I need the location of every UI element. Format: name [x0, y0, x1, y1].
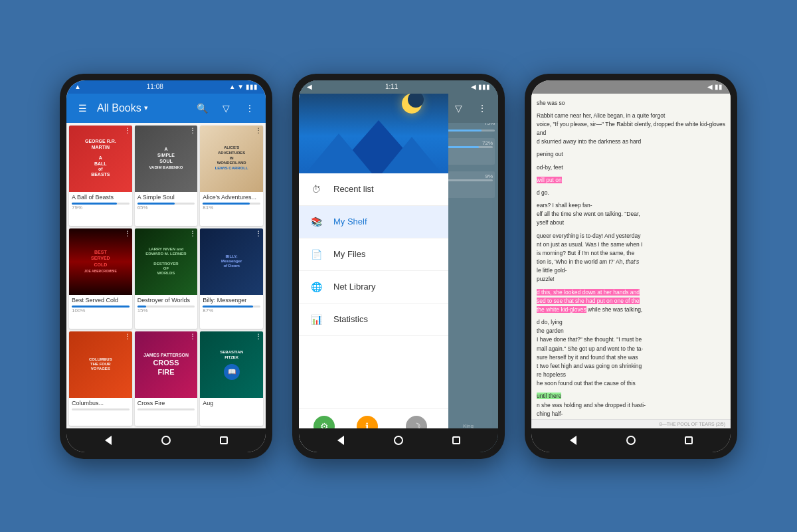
- search-icon-1[interactable]: 🔍: [193, 99, 211, 118]
- menu-icon[interactable]: ☰: [73, 99, 92, 118]
- more-icon-1[interactable]: ⋮: [240, 99, 259, 118]
- para: d go.: [537, 189, 725, 197]
- statistics-icon: 📊: [310, 313, 323, 326]
- status-time-1: 11:08: [147, 83, 163, 90]
- book-progress-text: 79%: [72, 205, 130, 211]
- book-title: Best Served Cold: [72, 297, 130, 304]
- back-button-3[interactable]: [567, 434, 580, 447]
- bg-progress-bar-2: [444, 146, 493, 148]
- book-cover-5: LARRY NIVEN andEDWARD M. LERNERDESTROYER…: [135, 228, 198, 295]
- home-button-3[interactable]: [624, 434, 638, 447]
- more-icon[interactable]: ⋮: [255, 230, 262, 237]
- status-icons-2: ◀ ▮▮▮: [471, 83, 490, 90]
- book-item[interactable]: ALICE'SADVENTURESINWONDERLANDLEWIS CARRO…: [200, 126, 263, 226]
- book-info-1: A Ball of Beasts 79%: [69, 192, 132, 213]
- home-button[interactable]: [159, 434, 173, 447]
- book-progress-text: 81%: [203, 205, 260, 211]
- book-item[interactable]: COLUMBUSTHE FOURVOYAGES ⋮ Columbus...: [69, 331, 132, 426]
- book-info-7: Columbus...: [69, 398, 132, 413]
- mountain-right: [382, 137, 442, 173]
- drawer-items-list: ⏱ Recent list 📚 My Shelf 📄 My Files 🌐 Ne…: [299, 173, 448, 408]
- mountains-decoration: [299, 127, 448, 173]
- book-item[interactable]: ASIMPLESOULVADIM BABENKO ⋮ A Simple Soul…: [135, 126, 198, 226]
- filter-icon-2[interactable]: ▽: [449, 99, 468, 118]
- book-item[interactable]: GEORGE R.R.MARTINABALLofBEASTS ⋮ A Ball …: [69, 126, 132, 226]
- more-icon[interactable]: ⋮: [124, 333, 131, 340]
- drawer-item-statistics[interactable]: 📊 Statistics: [299, 304, 448, 336]
- phone-3: ◀ ▮▮ she was so Rabbit came near her, Al…: [525, 74, 737, 459]
- status-icons-3: ◀ ▮▮: [707, 83, 723, 90]
- more-icon[interactable]: ⋮: [124, 127, 131, 134]
- book-cover-3: ALICE'SADVENTURESINWONDERLANDLEWIS CARRO…: [200, 126, 263, 192]
- more-icon[interactable]: ⋮: [255, 127, 262, 134]
- mountain-left: [306, 133, 372, 173]
- phone-3-screen: ◀ ▮▮ she was so Rabbit came near her, Al…: [531, 80, 731, 452]
- book-cover-8: JAMES PATTERSONCROSSFIRE ⋮: [135, 331, 198, 398]
- status-bar-3: ◀ ▮▮: [531, 80, 731, 94]
- bg-progress-bar-3: [444, 179, 493, 181]
- book-item[interactable]: BESTSERVEDCOLDJOE ABERCROMBIE ⋮ Best Ser…: [69, 228, 132, 329]
- book-progress-bar: [72, 408, 130, 410]
- book-title: Cross Fire: [137, 400, 195, 407]
- book-progress-text: 87%: [203, 308, 260, 313]
- book-item[interactable]: LARRY NIVEN andEDWARD M. LERNERDESTROYER…: [135, 228, 198, 329]
- back-button-2[interactable]: [334, 434, 347, 447]
- more-icon[interactable]: ⋮: [124, 230, 131, 237]
- book-title: Alice's Adventures...: [203, 194, 260, 201]
- status-bar-1: ▲ 11:08 ▲ ▼ ▮▮▮: [66, 80, 266, 94]
- para: until theren she was holding and she dro…: [537, 392, 725, 418]
- drawer-item-recent[interactable]: ⏱ Recent list: [299, 173, 448, 206]
- book-info-5: Destroyer of Worlds 15%: [135, 295, 198, 316]
- status-left: ▲: [74, 83, 81, 90]
- book-info-4: Best Served Cold 100%: [69, 295, 132, 316]
- book-title: Columbus...: [72, 400, 130, 407]
- bg-progress-bar-1: [442, 130, 495, 132]
- book-title: A Simple Soul: [137, 194, 195, 201]
- book-title: A Ball of Beasts: [72, 194, 130, 201]
- book-cover-1: GEORGE R.R.MARTINABALLofBEASTS ⋮: [69, 126, 132, 192]
- recents-button[interactable]: [217, 434, 230, 447]
- status-time-2: 1:11: [385, 83, 398, 90]
- bg-fill-2: [444, 146, 479, 148]
- more-icon[interactable]: ⋮: [189, 230, 196, 237]
- drawer-item-label-recent: Recent list: [333, 184, 374, 194]
- moon-decoration: [402, 94, 422, 114]
- highlight-green-1: until there: [537, 393, 561, 399]
- dropdown-arrow: ▾: [144, 104, 148, 112]
- para: od-by, feet: [537, 163, 725, 172]
- more-icon[interactable]: ⋮: [189, 127, 196, 134]
- recents-button-3[interactable]: [682, 434, 695, 447]
- book-cover-7: COLUMBUSTHE FOURVOYAGES ⋮: [69, 331, 132, 398]
- more-icon[interactable]: ⋮: [189, 333, 196, 340]
- bg-progress-text-2: 72%: [444, 140, 493, 146]
- home-button-2[interactable]: [392, 434, 405, 447]
- book-item[interactable]: BILLY:Messengerof Doom ⋮ Billy: Messenge…: [200, 228, 263, 329]
- nav-drawer: ⏱ Recent list 📚 My Shelf 📄 My Files 🌐 Ne…: [299, 80, 448, 452]
- book-info-3: Alice's Adventures... 81%: [200, 192, 263, 213]
- back-button[interactable]: [102, 434, 115, 447]
- filter-icon-1[interactable]: ▽: [217, 99, 235, 118]
- book-title: Destroyer of Worlds: [137, 297, 195, 304]
- book-info-2: A Simple Soul 65%: [135, 192, 198, 213]
- book-item[interactable]: SEBASTIANFITZEK 📖 ⋮ Aug: [200, 331, 263, 426]
- bg-progress-text-3: 9%: [444, 173, 493, 179]
- app-bar-1: ☰ All Books ▾ 🔍 ▽ ⋮: [66, 94, 266, 123]
- drawer-item-label-shelf: My Shelf: [333, 217, 367, 226]
- recents-button-2[interactable]: [450, 434, 463, 447]
- phone-2-screen: ◀ 1:11 ◀ ▮▮▮ ← All Books ▾ 🔍 ▽ ⋮ 75%: [299, 80, 498, 452]
- drawer-item-files[interactable]: 📄 My Files: [299, 238, 448, 271]
- book-item[interactable]: JAMES PATTERSONCROSSFIRE ⋮ Cross Fire: [135, 331, 198, 426]
- para: she was so: [537, 99, 725, 108]
- netlibrary-icon: 🌐: [310, 280, 323, 294]
- more-icon[interactable]: ⋮: [255, 333, 262, 340]
- book-progress-text: 65%: [137, 205, 195, 211]
- book-title: Billy: Messenger: [203, 297, 260, 304]
- book-info-9: Aug: [200, 398, 263, 409]
- phone-1-screen: ▲ 11:08 ▲ ▼ ▮▮▮ ☰ All Books ▾ 🔍 ▽ ⋮: [66, 80, 266, 452]
- drawer-item-shelf[interactable]: 📚 My Shelf: [299, 206, 448, 238]
- status-icons-1: ▲ ▼ ▮▮▮: [229, 83, 258, 90]
- drawer-item-netlibrary[interactable]: 🌐 Net Library: [299, 271, 448, 304]
- more-icon-2[interactable]: ⋮: [473, 99, 491, 118]
- chapter-label: 8—THE POOL OF TEARS (2/5): [660, 422, 725, 426]
- book-progress-text: 100%: [72, 308, 130, 313]
